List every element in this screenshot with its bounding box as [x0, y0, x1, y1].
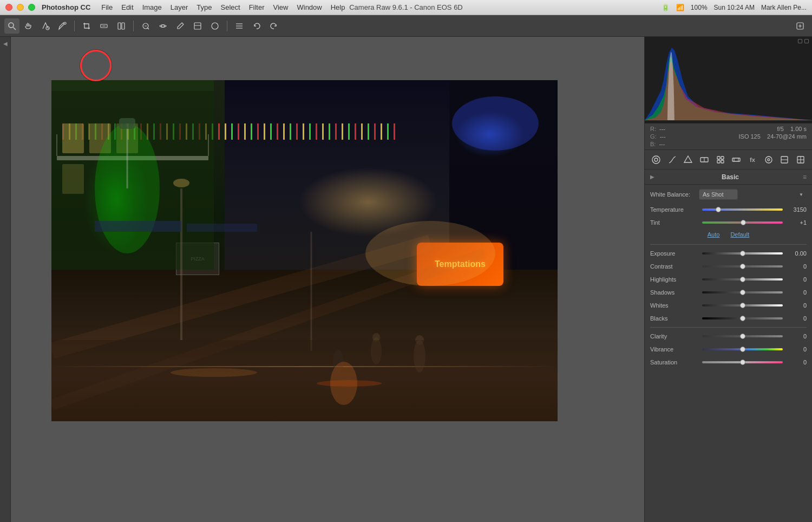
g-value: --- [660, 133, 666, 140]
transform-tool[interactable] [114, 18, 129, 34]
detail-panel-icon[interactable] [714, 153, 727, 166]
split-tone-panel-icon[interactable] [698, 153, 711, 166]
tint-thumb[interactable] [741, 220, 746, 225]
distant-lights [287, 161, 449, 243]
svg-point-15 [212, 23, 218, 29]
panel-collapse-left[interactable]: ▶ [650, 174, 654, 180]
blacks-track[interactable] [702, 317, 783, 319]
highlights-track[interactable] [702, 278, 783, 280]
maximize-button[interactable] [28, 4, 35, 11]
saturation-thumb[interactable] [740, 360, 745, 365]
clarity-thumb[interactable] [740, 334, 745, 339]
menu-edit[interactable]: Edit [121, 3, 133, 11]
open-object-button[interactable] [793, 18, 808, 34]
spot-removal-tool[interactable] [138, 18, 153, 34]
vibrance-thumb[interactable] [740, 347, 745, 352]
hand-tool[interactable] [21, 18, 36, 34]
preferences-tool[interactable] [232, 18, 247, 34]
tint-value: +1 [786, 219, 807, 226]
menu-type[interactable]: Type [197, 3, 212, 11]
shadows-thumb[interactable] [740, 290, 745, 295]
saturation-track[interactable] [702, 361, 783, 363]
snapshots-panel-icon[interactable] [794, 153, 807, 166]
svg-point-12 [162, 24, 165, 27]
svg-point-62 [765, 156, 772, 163]
auto-button[interactable]: Auto [708, 231, 720, 238]
neon-sign: Temptations [417, 243, 503, 286]
whites-slider-wrapper[interactable] [702, 301, 783, 310]
menu-image[interactable]: Image [142, 3, 162, 11]
minimize-button[interactable] [17, 4, 24, 11]
blacks-value: 0 [786, 315, 807, 322]
blacks-thumb[interactable] [740, 316, 745, 321]
lens-panel-icon[interactable] [730, 153, 743, 166]
panel-menu-icon[interactable]: ≡ [803, 173, 807, 181]
temperature-slider-wrapper[interactable] [702, 205, 783, 214]
histogram-panel-icon[interactable] [650, 153, 663, 166]
shadows-track[interactable] [702, 291, 783, 293]
graduated-filter-tool[interactable] [190, 18, 205, 34]
radial-filter-tool[interactable] [207, 18, 222, 34]
svg-line-10 [147, 28, 149, 29]
default-button[interactable]: Default [730, 231, 749, 238]
photo-scene: PIZZA Temptations [51, 80, 558, 421]
shadows-clipping-btn[interactable] [798, 39, 802, 43]
whites-track[interactable] [702, 304, 783, 306]
r-label: R: [650, 126, 656, 132]
traffic-lights[interactable] [5, 4, 35, 11]
crop-tool[interactable] [79, 18, 94, 34]
vibrance-track[interactable] [702, 348, 783, 350]
contrast-thumb[interactable] [740, 264, 745, 269]
white-balance-tool[interactable] [38, 18, 53, 34]
presets-panel-icon[interactable] [778, 153, 791, 166]
temperature-track[interactable] [702, 208, 783, 211]
rotate-ccw-tool[interactable] [249, 18, 264, 34]
highlights-clipping-btn[interactable] [804, 39, 809, 43]
highlights-slider-wrapper[interactable] [702, 275, 783, 284]
zoom-tool[interactable] [4, 18, 19, 34]
clarity-slider-wrapper[interactable] [702, 332, 783, 341]
svg-point-63 [768, 159, 770, 161]
menu-view[interactable]: View [273, 3, 289, 11]
camera-calib-panel-icon[interactable] [762, 153, 775, 166]
shadows-label: Shadows [650, 289, 699, 296]
rotate-cw-tool[interactable] [266, 18, 281, 34]
saturation-slider-wrapper[interactable] [702, 358, 783, 367]
highlights-thumb[interactable] [740, 277, 745, 282]
christmas-lights [62, 123, 395, 140]
straighten-tool[interactable] [96, 18, 112, 34]
exposure-thumb[interactable] [740, 251, 745, 256]
white-balance-select[interactable]: As Shot Auto Daylight Cloudy Shade Tungs… [699, 189, 738, 200]
menu-layer[interactable]: Layer [171, 3, 188, 11]
shadows-slider-wrapper[interactable] [702, 288, 783, 297]
exposure-track[interactable] [702, 252, 783, 255]
blacks-label: Blacks [650, 315, 699, 322]
hsl-panel-icon[interactable] [682, 153, 695, 166]
red-eye-tool[interactable] [155, 18, 171, 34]
close-button[interactable] [5, 4, 12, 11]
svg-line-1 [14, 27, 16, 30]
tint-track[interactable] [702, 221, 783, 224]
temperature-thumb[interactable] [716, 207, 721, 212]
adjustment-brush-tool[interactable] [173, 18, 188, 34]
vibrance-slider-wrapper[interactable] [702, 345, 783, 354]
menu-filter[interactable]: Filter [249, 3, 265, 11]
whites-thumb[interactable] [740, 303, 745, 308]
menu-select[interactable]: Select [220, 3, 240, 11]
fx-panel-icon[interactable]: fx [746, 153, 759, 166]
color-sampler-tool[interactable] [55, 18, 70, 34]
exposure-row: Exposure 0.00 [650, 249, 807, 258]
contrast-track[interactable] [702, 265, 783, 267]
menu-file[interactable]: File [101, 3, 113, 11]
menu-window[interactable]: Window [297, 3, 322, 11]
tint-slider-wrapper[interactable] [702, 218, 783, 227]
exposure-slider-wrapper[interactable] [702, 249, 783, 258]
menu-help[interactable]: Help [331, 3, 345, 11]
clarity-track[interactable] [702, 335, 783, 337]
contrast-slider-wrapper[interactable] [702, 262, 783, 271]
tone-curve-panel-icon[interactable] [666, 153, 679, 166]
blacks-slider-wrapper[interactable] [702, 314, 783, 323]
lens-value: 24-70@24 mm [767, 133, 807, 140]
highlights-value: 0 [786, 276, 807, 283]
iso-value: ISO 125 [738, 133, 760, 140]
